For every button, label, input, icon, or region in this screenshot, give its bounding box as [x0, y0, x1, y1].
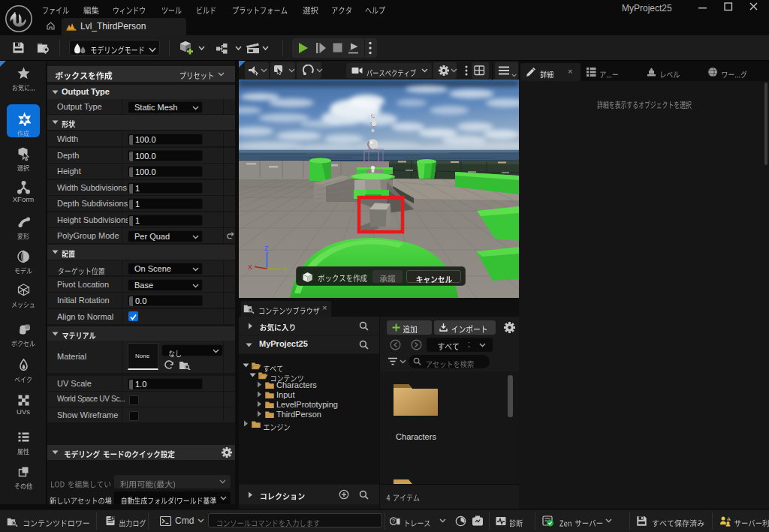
svg-text:?: ?	[392, 518, 396, 524]
svg-text:Y: Y	[282, 266, 287, 273]
svg-text:X: X	[248, 263, 252, 271]
svg-text:Z: Z	[264, 245, 269, 252]
